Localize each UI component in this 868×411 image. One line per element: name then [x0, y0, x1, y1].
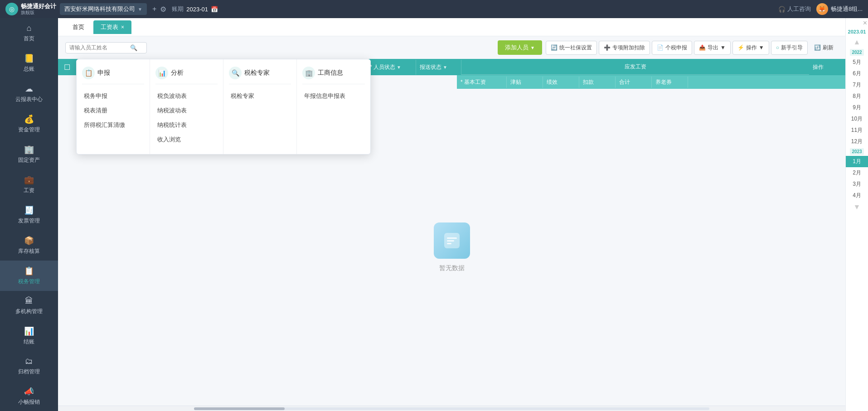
sidebar-item-cloud[interactable]: ☁ 云报表中心 [0, 78, 58, 109]
main-layout: ⌂ 首页 📒 总账 ☁ 云报表中心 💰 资金管理 🏢 固定资产 💼 工资 🧾 发… [0, 18, 868, 411]
sidebar-item-assets[interactable]: 🏢 固定资产 [0, 139, 58, 169]
th-status: * 人员状态 ▼ [366, 60, 416, 75]
add-dropdown-arrow: ▼ [530, 45, 535, 50]
guide-label: 新手引导 [781, 44, 803, 52]
month-2022-7[interactable]: 7月 [846, 79, 868, 91]
th-deduction: 扣款 [579, 77, 616, 88]
th-performance: 绩效 [543, 77, 579, 88]
menu-tax-form[interactable]: 税表清册 [82, 103, 144, 118]
tax-return-button[interactable]: 📄 个税申报 [652, 41, 692, 55]
menu-tax-declaration[interactable]: 税务申报 [82, 89, 144, 103]
month-2022-8[interactable]: 8月 [846, 91, 868, 102]
month-2023-1[interactable]: 1月 [846, 156, 868, 167]
fund-icon: 💰 [24, 114, 34, 124]
scroll-down-icon[interactable]: ▼ [852, 201, 863, 213]
service-label: 人工咨询 [787, 5, 811, 13]
sidebar-item-multi[interactable]: 🏛 多机构管理 [0, 291, 58, 321]
menu-tax-stats[interactable]: 纳税统计表 [155, 118, 218, 132]
plus-icon: ➕ [604, 44, 611, 51]
period-value[interactable]: 2023-01 [186, 6, 208, 13]
menu-annual-report[interactable]: 年报信息申报表 [302, 89, 365, 103]
service-button[interactable]: 🎧 人工咨询 [778, 5, 811, 13]
multi-icon: 🏛 [25, 296, 33, 306]
add-person-label: 添加人员 [505, 44, 529, 52]
menu-income-tax[interactable]: 所得税汇算清缴 [82, 118, 144, 132]
sidebar-item-ledger[interactable]: 📒 总账 [0, 48, 58, 78]
avatar: 🦊 [816, 3, 828, 15]
sidebar-item-invoice[interactable]: 🧾 发票管理 [0, 200, 58, 230]
invoice-icon: 🧾 [24, 205, 34, 215]
content-area: 首页 工资表 × 🔍 添加人员 ▼ 🔄 统一社保设置 [58, 18, 845, 411]
ledger-icon: 📒 [24, 53, 34, 63]
social-insurance-button[interactable]: 🔄 统一社保设置 [546, 41, 597, 55]
month-2022-6[interactable]: 6月 [846, 68, 868, 79]
status-filter-icon[interactable]: ▼ [397, 65, 401, 70]
tab-home[interactable]: 首页 [65, 20, 92, 34]
archive-icon: 🗂 [25, 357, 33, 366]
add-person-button[interactable]: 添加人员 ▼ [498, 40, 542, 55]
month-2023-3[interactable]: 3月 [846, 179, 868, 190]
sidebar-item-settle[interactable]: 📊 结账 [0, 321, 58, 351]
sidebar-label-invoice: 发票管理 [18, 217, 40, 225]
search-input[interactable] [69, 44, 128, 51]
tab-close-icon[interactable]: × [121, 24, 124, 30]
scrollbar-track[interactable] [194, 407, 709, 410]
calendar-icon[interactable]: 📅 [211, 6, 218, 13]
tax-return-label: 个税申报 [665, 44, 687, 52]
toolbar-actions: 🔄 统一社保设置 ➕ 专项附加扣除 📄 个税申报 📤 导出 ▼ ⚡ [546, 41, 838, 55]
export-button[interactable]: 📤 导出 ▼ [694, 41, 731, 55]
sidebar-item-tax[interactable]: 📋 税务管理 [0, 261, 58, 291]
top-header: ◎ 畅捷通好会计 旗舰版 西安虾米网络科技有限公司 ▼ + ⚙ 账期 2023-… [0, 0, 868, 18]
month-2022-10[interactable]: 10月 [846, 113, 868, 125]
refresh-button[interactable]: 🔃 刷新 [810, 41, 838, 54]
timeline-header: 2023.01 [848, 29, 866, 34]
sidebar-item-inventory[interactable]: 📦 库存核算 [0, 230, 58, 261]
add-button[interactable]: + [152, 5, 156, 13]
svg-rect-1 [447, 237, 457, 239]
month-2022-9[interactable]: 9月 [846, 102, 868, 113]
sidebar-label-multi: 多机构管理 [15, 308, 43, 315]
month-2023-2[interactable]: 2月 [846, 167, 868, 179]
scroll-up-icon[interactable]: ▲ [852, 36, 863, 48]
sidebar-item-archive[interactable]: 🗂 归档管理 [0, 351, 58, 381]
settings-icon[interactable]: ⚙ [160, 5, 166, 14]
new-guide-button[interactable]: ○ 新手引导 [771, 41, 808, 55]
operation-button[interactable]: ⚡ 操作 ▼ [732, 41, 769, 55]
month-2023-4[interactable]: 4月 [846, 190, 868, 201]
report-filter-icon[interactable]: ▼ [443, 65, 447, 70]
section-title-declaration: 📋 申报 [82, 67, 144, 84]
chevron-down-icon: ▼ [138, 7, 142, 12]
export-label: 导出 [708, 44, 718, 52]
sidebar-item-payroll[interactable]: 💼 工资 [0, 169, 58, 200]
sidebar-label-payroll: 工资 [24, 187, 34, 194]
month-2022-12[interactable]: 12月 [846, 136, 868, 147]
timeline-close-icon[interactable]: × [863, 19, 867, 27]
menu-tax-payment[interactable]: 纳税波动表 [155, 103, 218, 118]
menu-income-browse[interactable]: 收入浏览 [155, 132, 218, 147]
header-actions: + ⚙ [152, 5, 166, 14]
sidebar-label-tax: 税务管理 [18, 278, 40, 285]
analysis-icon: 📊 [155, 67, 168, 79]
user-area[interactable]: 🦊 畅捷通8组... [816, 3, 863, 15]
scrollbar-thumb[interactable] [194, 407, 285, 410]
social-label: 统一社保设置 [559, 44, 592, 52]
sidebar-item-xiaochang[interactable]: 📣 小畅报销 [0, 381, 58, 411]
tax-icon: 📋 [24, 266, 34, 276]
timeline-panel: × 2023.01 ▲ 2022 5月 6月 7月 8月 9月 10月 11月 … [845, 18, 868, 411]
search-input-wrap: 🔍 [65, 42, 147, 53]
sidebar-item-home[interactable]: ⌂ 首页 [0, 18, 58, 48]
menu-tax-expert[interactable]: 税检专家 [229, 89, 291, 103]
th-pension: 养老券 [652, 77, 688, 88]
settle-icon: 📊 [24, 326, 34, 336]
dropdown-sections: 📋 申报 税务申报 税表清册 所得税汇算清缴 📊 分析 税负波动表 纳税波动表 … [77, 59, 370, 154]
month-2022-11[interactable]: 11月 [846, 125, 868, 136]
menu-tax-burden[interactable]: 税负波动表 [155, 89, 218, 103]
company-selector[interactable]: 西安虾米网络科技有限公司 ▼ [60, 3, 147, 15]
month-2022-5[interactable]: 5月 [846, 57, 868, 68]
section-declaration: 📋 申报 税务申报 税表清册 所得税汇算清缴 [77, 59, 150, 154]
special-deduction-button[interactable]: ➕ 专项附加扣除 [599, 41, 650, 55]
select-all-checkbox[interactable]: ☐ [58, 63, 76, 72]
sidebar-item-fund[interactable]: 💰 资金管理 [0, 109, 58, 139]
tab-payroll-table[interactable]: 工资表 × [93, 20, 131, 34]
svg-rect-3 [447, 243, 451, 244]
